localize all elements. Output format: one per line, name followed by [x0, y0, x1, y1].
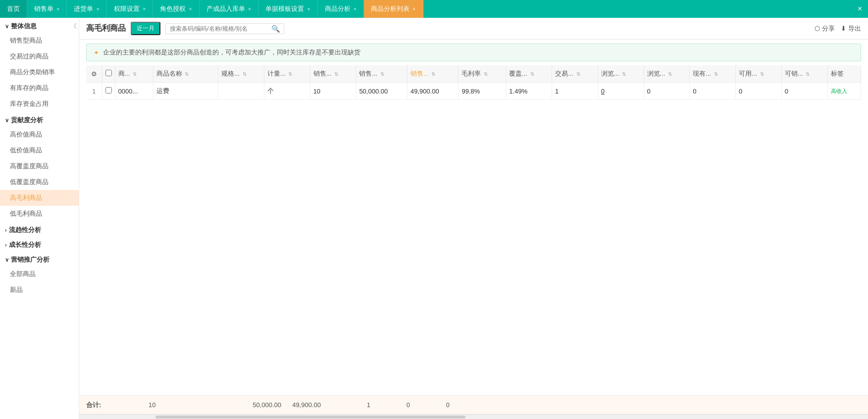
col-name[interactable]: 商品名称 ⇅ — [153, 65, 218, 83]
sidebar-group-contribution[interactable]: ∨ 贡献度分析 — [0, 112, 79, 127]
search-icon[interactable]: 🔍 — [271, 25, 280, 33]
col-available[interactable]: 可用... ⇅ — [736, 65, 782, 83]
scrollbar-thumb[interactable] — [155, 416, 465, 419]
row-current-stock: 0 — [690, 83, 736, 100]
sidebar-item-sales-product[interactable]: 销售型商品 — [0, 33, 79, 48]
sidebar-group-marketing-label: 营销推广分析 — [11, 255, 50, 264]
col-current-stock[interactable]: 现有... ⇅ — [690, 65, 736, 83]
sidebar-collapse-button[interactable]: 《 — [70, 22, 77, 31]
col-sales-qty[interactable]: 销售... ⇅ — [310, 65, 356, 83]
total-transaction: 1 — [324, 401, 373, 409]
nav-role-label: 角色授权 — [160, 4, 186, 13]
total-sales-qty: 10 — [146, 401, 245, 409]
total-stock: 0 — [413, 401, 453, 409]
sidebar-item-stocked-product[interactable]: 有库存的商品 — [0, 80, 79, 96]
col-code[interactable]: 商... ⇅ — [115, 65, 153, 83]
col-saleable[interactable]: 可销... ⇅ — [781, 65, 827, 83]
nav-analysis-list[interactable]: 商品分析列表 × — [364, 0, 423, 18]
sort-icon-spec: ⇅ — [243, 71, 247, 77]
horizontal-scrollbar[interactable] — [79, 414, 868, 419]
row-code: 0000... — [115, 83, 153, 100]
sidebar-group-contribution-label: 贡献度分析 — [11, 116, 43, 125]
sidebar-item-category-rate[interactable]: 商品分类助销率 — [0, 64, 79, 80]
nav-role[interactable]: 角色授权 × — [153, 0, 199, 18]
window-close-button[interactable]: × — [852, 0, 868, 18]
nav-analysis-label: 商品分析 — [325, 4, 351, 13]
col-sales-amount[interactable]: 销售... ⇅ — [356, 65, 408, 83]
row-name: 运费 — [153, 83, 218, 100]
sidebar-item-traded-product[interactable]: 交易过的商品 — [0, 48, 79, 64]
sidebar-group-trend[interactable]: › 流趋性分析 — [0, 222, 79, 236]
sidebar-item-low-coverage[interactable]: 低覆盖度商品 — [0, 174, 79, 190]
col-coverage[interactable]: 覆盖... ⇅ — [506, 65, 552, 83]
col-sales-profit[interactable]: 销售... ⇅ — [407, 65, 459, 83]
nav-analysis-list-close[interactable]: × — [412, 6, 415, 12]
settings-icon[interactable]: ⚙ — [91, 70, 97, 78]
table-container: ⚙ 商... ⇅ 商品名称 ⇅ — [86, 65, 861, 395]
nav-purchase-label: 进货单 — [74, 4, 93, 13]
sidebar-item-low-margin[interactable]: 低毛利商品 — [0, 206, 79, 222]
col-view1[interactable]: 浏览... ⇅ — [598, 65, 644, 83]
share-button[interactable]: ⬡ 分享 — [815, 24, 835, 33]
main-layout: 《 ∨ 整体信息 销售型商品 交易过的商品 商品分类助销率 有库存的商品 库存资… — [0, 18, 868, 419]
sidebar-item-high-margin[interactable]: 高毛利商品 — [0, 190, 79, 206]
col-settings[interactable]: ⚙ — [86, 65, 102, 83]
sidebar-item-new-products[interactable]: 新品 — [0, 282, 79, 298]
col-view2[interactable]: 浏览... ⇅ — [644, 65, 690, 83]
export-icon: ⬇ — [841, 25, 846, 32]
row-view2: 0 — [644, 83, 690, 100]
sidebar-item-low-value[interactable]: 低价值商品 — [0, 142, 79, 158]
sort-icon: ⇅ — [133, 71, 137, 77]
nav-product-in[interactable]: 产成品入库单 × — [200, 0, 258, 18]
table-header-row: ⚙ 商... ⇅ 商品名称 ⇅ — [86, 65, 861, 83]
nav-purchase-close[interactable]: × — [96, 6, 99, 12]
sidebar-item-all-products[interactable]: 全部商品 — [0, 266, 79, 282]
sidebar-item-stock-capital[interactable]: 库存资金占用 — [0, 96, 79, 112]
select-all-checkbox[interactable] — [105, 70, 112, 76]
export-button[interactable]: ⬇ 导出 — [841, 24, 861, 33]
nav-permission[interactable]: 权限设置 × — [107, 0, 153, 18]
sort-icon-transaction: ⇅ — [576, 71, 580, 77]
nav-template-close[interactable]: × — [307, 6, 310, 12]
col-transaction[interactable]: 交易... ⇅ — [552, 65, 598, 83]
row-view1[interactable]: 0 — [598, 83, 644, 100]
nav-role-close[interactable]: × — [189, 6, 192, 12]
view1-link[interactable]: 0 — [601, 88, 605, 95]
row-spec — [218, 83, 264, 100]
nav-permission-close[interactable]: × — [143, 6, 146, 12]
nav-purchase[interactable]: 进货单 × — [67, 0, 106, 18]
data-table: ⚙ 商... ⇅ 商品名称 ⇅ — [86, 65, 861, 100]
tip-icon: ✦ — [94, 49, 99, 56]
sort-icon-name: ⇅ — [185, 71, 189, 77]
top-nav: 首页 销售单 × 进货单 × 权限设置 × 角色授权 × 产成品入库单 × 单据… — [0, 0, 868, 18]
search-input[interactable] — [170, 25, 271, 32]
row-unit: 个 — [264, 83, 310, 100]
header-actions: ⬡ 分享 ⬇ 导出 — [815, 24, 861, 33]
sidebar-group-overall[interactable]: ∨ 整体信息 — [0, 18, 79, 33]
nav-home[interactable]: 首页 — [0, 0, 27, 18]
arrow-down-icon-2: ∨ — [5, 117, 9, 124]
nav-analysis-close[interactable]: × — [354, 6, 357, 12]
arrow-right-icon: › — [5, 227, 7, 233]
sidebar-group-growth[interactable]: › 成长性分析 — [0, 236, 79, 251]
sidebar-item-high-value[interactable]: 高价值商品 — [0, 127, 79, 142]
time-filter-button[interactable]: 近一月 — [131, 22, 160, 35]
nav-product-in-close[interactable]: × — [248, 6, 251, 12]
row-sales-profit: 49,900.00 — [407, 83, 459, 100]
sort-icon-stock: ⇅ — [714, 71, 718, 77]
col-unit[interactable]: 计量... ⇅ — [264, 65, 310, 83]
col-spec[interactable]: 规格... ⇅ — [218, 65, 264, 83]
search-box: 🔍 — [165, 23, 284, 34]
sort-icon-view2: ⇅ — [668, 71, 672, 77]
row-checkbox[interactable] — [105, 87, 112, 93]
info-banner-text: 企业的主要的利润都是这部分商品创造的，可考虑加大推广，同时关注库存是不要出现缺货 — [103, 48, 360, 57]
nav-template[interactable]: 单据模板设置 × — [258, 0, 317, 18]
nav-sales[interactable]: 销售单 × — [27, 0, 67, 18]
col-tag[interactable]: 标签 — [827, 65, 861, 83]
total-view2: 0 — [373, 401, 413, 409]
nav-analysis[interactable]: 商品分析 × — [318, 0, 364, 18]
sidebar-item-high-coverage[interactable]: 高覆盖度商品 — [0, 158, 79, 174]
nav-sales-close[interactable]: × — [56, 6, 59, 12]
sidebar-group-marketing[interactable]: ∨ 营销推广分析 — [0, 251, 79, 266]
col-gross-margin[interactable]: 毛利率 ⇅ — [459, 65, 506, 83]
